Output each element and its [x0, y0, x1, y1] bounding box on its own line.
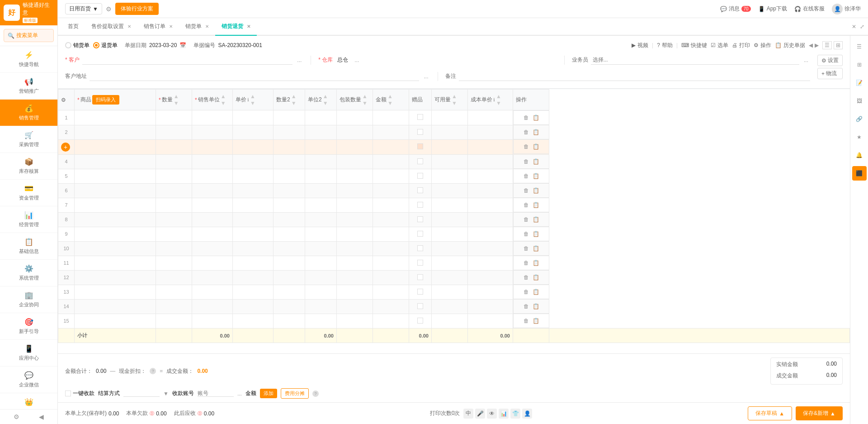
sidebar-item-finance[interactable]: 💳 资金管理: [0, 180, 57, 206]
delete-row-7[interactable]: 🗑: [522, 201, 530, 209]
voice-icon[interactable]: 🎤: [475, 409, 485, 419]
delete-row-15[interactable]: 🗑: [522, 317, 530, 325]
sidebar-item-marketing[interactable]: 📢 营销推广: [0, 73, 57, 100]
rp-star-icon[interactable]: ★: [852, 130, 867, 144]
fee-split-button[interactable]: 费用分摊: [281, 388, 309, 399]
gift-checkbox-3[interactable]: [417, 143, 423, 149]
action-operate[interactable]: ⚙ 操作: [754, 42, 771, 49]
tab-close-sales-price[interactable]: ✕: [127, 24, 131, 29]
gift-checkbox-12[interactable]: [417, 274, 423, 280]
close-all-tabs-icon[interactable]: ✕: [852, 24, 856, 30]
customer-input[interactable]: [82, 55, 292, 65]
action-history[interactable]: 📋 历史单据: [775, 42, 805, 49]
goods-input-3[interactable]: [77, 144, 153, 150]
delete-row-9[interactable]: 🗑: [522, 230, 530, 238]
message-item[interactable]: 💬 消息 70: [720, 5, 751, 13]
sidebar-item-member[interactable]: 👑 畅会员: [0, 393, 57, 409]
rp-grid-view-icon[interactable]: ⊞: [852, 57, 867, 72]
delete-row-6[interactable]: 🗑: [522, 186, 530, 195]
action-video[interactable]: ▶ 视频: [632, 42, 648, 49]
logistics-btn[interactable]: + 物流: [817, 68, 843, 79]
industry-selector[interactable]: 日用百货 ▼: [65, 3, 102, 14]
copy-row-5[interactable]: 📋: [532, 172, 540, 180]
scan-input-button[interactable]: 扫码录入: [92, 95, 119, 105]
copy-row-10[interactable]: 📋: [532, 244, 540, 252]
save-draft-button[interactable]: 保存草稿 ▲: [748, 406, 792, 420]
gift-checkbox-10[interactable]: [417, 245, 423, 251]
delete-row-11[interactable]: 🗑: [522, 259, 530, 267]
shirt-icon[interactable]: 👕: [510, 409, 520, 419]
rp-list-view-icon[interactable]: ☰: [852, 39, 867, 54]
collapse-icon[interactable]: ◀: [39, 413, 44, 420]
rp-image-icon[interactable]: 🖼: [852, 94, 867, 108]
sidebar-item-newbie[interactable]: 🎯 新手引导: [0, 313, 57, 340]
table-icon[interactable]: 📊: [499, 409, 509, 419]
gift-checkbox-11[interactable]: [417, 260, 423, 266]
copy-row-6[interactable]: 📋: [532, 186, 540, 195]
account-ellipsis[interactable]: ...: [237, 391, 242, 397]
action-print[interactable]: 🖨 打印: [732, 42, 750, 49]
topbar-gear-icon[interactable]: ⚙: [106, 5, 112, 13]
delete-row-1[interactable]: 🗑: [522, 114, 530, 122]
salesperson-ellipsis[interactable]: ...: [802, 57, 810, 63]
user-profile[interactable]: 👤 徐泽华: [832, 4, 861, 14]
sidebar-item-apps[interactable]: 📱 应用中心: [0, 340, 57, 367]
sidebar-item-inventory[interactable]: 📦 库存核算: [0, 153, 57, 180]
calc-method-input[interactable]: [123, 390, 160, 397]
next-record-icon[interactable]: ▶: [815, 42, 819, 48]
gift-checkbox-13[interactable]: [417, 289, 423, 295]
gift-checkbox-9[interactable]: [417, 231, 423, 237]
settings-btn[interactable]: ⚙ 设置: [817, 55, 843, 66]
action-select-order[interactable]: ☑ 选单: [711, 42, 728, 49]
online-service-item[interactable]: 🎧 在线客服: [794, 5, 825, 13]
delete-row-13[interactable]: 🗑: [522, 288, 530, 296]
copy-row-3[interactable]: 📋: [532, 143, 540, 151]
gift-checkbox-8[interactable]: [417, 216, 423, 222]
delete-row-2[interactable]: 🗑: [522, 128, 530, 136]
radio-sales[interactable]: 销货单: [65, 42, 90, 49]
sidebar-item-operation[interactable]: 📊 经营管理: [0, 206, 57, 233]
copy-row-14[interactable]: 📋: [532, 302, 540, 310]
tab-close-sales-return[interactable]: ✕: [247, 24, 250, 29]
expand-tabs-icon[interactable]: ⤢: [860, 24, 864, 30]
gift-checkbox-1[interactable]: [417, 114, 423, 120]
delete-row-12[interactable]: 🗑: [522, 273, 530, 281]
sidebar-item-wechat[interactable]: 💬 企业微信: [0, 367, 57, 393]
address-ellipsis[interactable]: ...: [422, 73, 430, 80]
gift-checkbox-4[interactable]: [417, 158, 423, 164]
tab-home[interactable]: 首页: [61, 18, 85, 36]
app-download-item[interactable]: 📱 App下载: [758, 5, 787, 13]
action-help[interactable]: ? 帮助: [657, 42, 673, 49]
note-input[interactable]: [459, 71, 811, 81]
gift-checkbox-5[interactable]: [417, 173, 423, 179]
delete-row-14[interactable]: 🗑: [522, 302, 530, 310]
unit-price-info-icon[interactable]: ℹ: [247, 97, 249, 102]
copy-row-2[interactable]: 📋: [532, 128, 540, 136]
radio-return[interactable]: 退货单: [93, 42, 118, 49]
account-input[interactable]: [198, 390, 234, 397]
fee-help-icon[interactable]: ?: [312, 391, 319, 397]
action-shortcut[interactable]: ⌨ 快捷键: [681, 42, 707, 49]
save-new-button[interactable]: 保存&新增 ▲: [796, 406, 843, 420]
copy-row-11[interactable]: 📋: [532, 259, 540, 267]
rp-bell-icon[interactable]: 🔔: [852, 148, 867, 162]
sidebar-item-sales[interactable]: 💰 销售管理: [0, 100, 57, 126]
sidebar-item-enterprise[interactable]: 🏢 企业协同: [0, 286, 57, 313]
delete-row-5[interactable]: 🗑: [522, 172, 530, 180]
gift-checkbox-6[interactable]: [417, 187, 423, 193]
address-input[interactable]: [90, 71, 419, 81]
view-list-icon[interactable]: ☰: [822, 41, 832, 49]
warehouse-ellipsis[interactable]: ...: [353, 57, 361, 63]
copy-row-9[interactable]: 📋: [532, 230, 540, 238]
gift-checkbox-2[interactable]: [417, 129, 423, 135]
rp-link-icon[interactable]: 🔗: [852, 112, 867, 126]
sidebar-item-system[interactable]: ⚙️ 系统管理: [0, 260, 57, 286]
copy-row-4[interactable]: 📋: [532, 157, 540, 166]
add-payment-button[interactable]: 添加: [260, 389, 277, 398]
sidebar-item-purchase[interactable]: 🛒 采购管理: [0, 126, 57, 153]
sidebar-item-quick-nav[interactable]: ⚡ 快捷导航: [0, 46, 57, 73]
calendar-icon[interactable]: 📅: [179, 42, 186, 48]
copy-row-12[interactable]: 📋: [532, 273, 540, 281]
input-method-icon[interactable]: 中: [463, 409, 473, 419]
delete-row-10[interactable]: 🗑: [522, 244, 530, 252]
